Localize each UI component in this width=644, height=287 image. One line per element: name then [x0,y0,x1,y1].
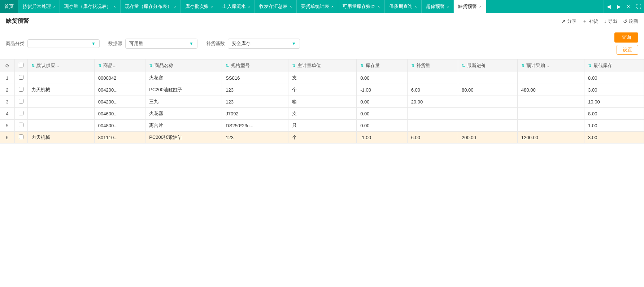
query-button[interactable]: 查询 [614,32,638,43]
page-header: 缺货预警 ↗ 分享 ＋ 补货 ↓ 导出 ↺ 刷新 [0,13,644,28]
col-est-purchase[interactable]: ⇅ 预计采购... [517,59,584,72]
row-spec-0: SS816 [222,72,288,84]
row-name-5: PC200张紧油缸 [145,132,222,144]
row-checkbox-4[interactable] [14,120,27,132]
filter-group-replenish-basis: 补货基数 安全库存 ▼ [206,39,300,49]
table-wrapper: ⚙ ⇅ 默认供应... ⇅ 商品... ⇅ 商品名称 [0,59,644,144]
select-all-checkbox[interactable] [19,63,23,67]
settings-button[interactable]: 设置 [617,45,638,55]
close-tab-3[interactable]: × [174,4,176,9]
row-checkbox-0[interactable] [14,72,27,84]
col-unit[interactable]: ⇅ 主计量单位 [288,59,356,72]
tab-inventory-dist[interactable]: 现存量（库存分布表） × [121,0,181,13]
tab-shortage[interactable]: 缺货预警 × [454,0,486,13]
export-button[interactable]: ↓ 导出 [604,18,617,25]
table-row[interactable]: 4 004600... 火花塞 J7092 支 0.00 8.00 [0,108,644,120]
col-product-name[interactable]: ⇅ 商品名称 [145,59,222,72]
chevron-down-icon-replenish: ▼ [292,41,296,46]
datasource-value: 可用量 [129,40,143,47]
tab-recv-summary[interactable]: 收发存汇总表 × [255,0,296,13]
filter-group-datasource: 数据源 可用量 ▼ [108,39,197,49]
row-checkbox-5[interactable] [14,132,27,144]
close-tab-10[interactable]: × [447,4,449,9]
col-spec[interactable]: ⇅ 规格型号 [222,59,288,72]
filter-group-category: 商品分类 ▼ [6,39,100,48]
filter-select-replenish-basis[interactable]: 安全库存 ▼ [228,39,300,49]
table-row[interactable]: 5 004800... 离合片 DS250*23c... 只 0.00 1.00 [0,120,644,132]
tab-batch-account[interactable]: 库存批次账 × [181,0,218,13]
close-tab-6[interactable]: × [290,4,292,9]
row-est-purchase-3 [517,108,584,120]
col-default-supplier[interactable]: ⇅ 默认供应... [27,59,94,72]
tab-home[interactable]: 首页 [0,0,18,13]
row-latest-price-2 [458,96,518,108]
col-settings[interactable]: ⚙ [0,59,14,72]
col-product-code[interactable]: ⇅ 商品... [94,59,145,72]
col-latest-price[interactable]: ⇅ 最新进价 [458,59,518,72]
tab-inout-flow[interactable]: 出入库流水 × [218,0,255,13]
close-tab-1[interactable]: × [53,4,55,9]
tab-available-ledger[interactable]: 可用量库存账本 × [338,0,384,13]
close-tab-4[interactable]: × [211,4,213,9]
row-code-0: 0000042 [94,72,145,84]
replenish-button[interactable]: ＋ 补货 [582,18,598,25]
row-min-stock-2: 10.00 [584,96,644,108]
sort-icon-code: ⇅ [98,63,101,68]
tab-overstock[interactable]: 超储预警 × [422,0,454,13]
gear-icon[interactable]: ⚙ [5,63,9,69]
row-code-2: 004200... [94,96,145,108]
row-num-2: 3 [0,96,14,108]
row-supplier-3 [27,108,94,120]
row-stock-2: 0.00 [357,96,407,108]
filter-area: 商品分类 ▼ 数据源 可用量 ▼ 补货基数 安全库存 ▼ 查询 设置 [0,28,644,59]
close-tab-7[interactable]: × [331,4,334,9]
row-replenish-qty-3 [407,108,458,120]
tab-nav-prev[interactable]: ◀ [604,0,614,13]
row-latest-price-4 [458,120,518,132]
chevron-down-icon-datasource: ▼ [189,41,193,46]
share-button[interactable]: ↗ 分享 [561,18,576,25]
sort-icon-minstock: ⇅ [588,63,591,68]
table-row[interactable]: 6 力天机械 801110... PC200张紧油缸 123 个 -1.00 6… [0,132,644,144]
tab-nav-buttons: ◀ ▶ × ⛶ [604,0,644,13]
row-replenish-qty-0 [407,72,458,84]
col-min-stock[interactable]: ⇅ 最低库存 [584,59,644,72]
tab-bar: 首页 拣货异常处理 × 现存量（库存状况表） × 现存量（库存分布表） × 库存… [0,0,644,13]
tab-order-stat[interactable]: 要货单统计表 × [297,0,338,13]
table-body: 1 0000042 火花塞 SS816 支 0.00 8.00 2 力天机械 0… [0,72,644,144]
col-stock[interactable]: ⇅ 库存量 [357,59,407,72]
filter-select-category[interactable]: ▼ [27,39,100,48]
row-num-1: 2 [0,84,14,96]
row-unit-3: 支 [288,108,356,120]
close-tab-9[interactable]: × [415,4,417,9]
table-row[interactable]: 3 004200... 三九 123 箱 0.00 20.00 10.00 [0,96,644,108]
table-row[interactable]: 1 0000042 火花塞 SS816 支 0.00 8.00 [0,72,644,84]
close-tab-8[interactable]: × [378,4,380,9]
row-code-5: 801110... [94,132,145,144]
tab-expiry-query[interactable]: 保质期查询 × [385,0,422,13]
header-actions: ↗ 分享 ＋ 补货 ↓ 导出 ↺ 刷新 [561,18,638,25]
row-num-3: 4 [0,108,14,120]
tab-inventory-status[interactable]: 现存量（库存状况表） × [60,0,120,13]
row-min-stock-1: 3.00 [584,84,644,96]
row-checkbox-1[interactable] [14,84,27,96]
filter-select-datasource[interactable]: 可用量 ▼ [125,39,197,49]
tab-nav-next[interactable]: ▶ [614,0,624,13]
close-tab-2[interactable]: × [113,4,116,9]
close-tab-11[interactable]: × [479,4,481,9]
tab-defect-handling[interactable]: 拣货异常处理 × [18,0,60,13]
row-checkbox-3[interactable] [14,108,27,120]
row-latest-price-1: 80.00 [458,84,518,96]
refresh-button[interactable]: ↺ 刷新 [623,18,638,25]
row-name-1: PC200油缸缸子 [145,84,222,96]
row-code-3: 004600... [94,108,145,120]
row-checkbox-2[interactable] [14,96,27,108]
table-row[interactable]: 2 力天机械 004200... PC200油缸缸子 123 个 -1.00 6… [0,84,644,96]
row-replenish-qty-2: 20.00 [407,96,458,108]
tab-close-window[interactable]: × [624,0,633,13]
tab-fullscreen[interactable]: ⛶ [633,0,644,13]
row-supplier-1: 力天机械 [27,84,94,96]
close-tab-5[interactable]: × [248,4,250,9]
row-name-0: 火花塞 [145,72,222,84]
col-replenish-qty[interactable]: ⇅ 补货量 [407,59,458,72]
